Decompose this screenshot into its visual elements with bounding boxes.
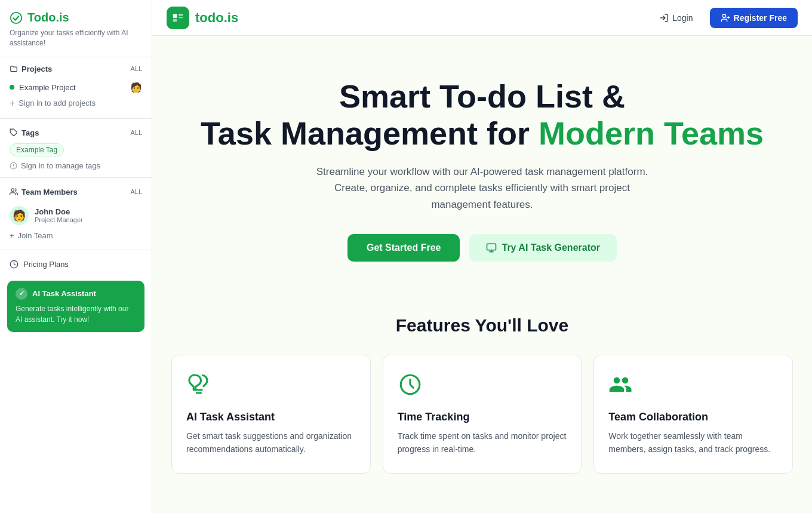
login-button[interactable]: Login: [650, 8, 702, 27]
tags-label: Tags: [21, 128, 39, 137]
feature-time-text: Track time spent on tasks and monitor pr…: [398, 429, 567, 456]
register-label: Register Free: [734, 13, 787, 23]
hero-subtitle: Streamline your workflow with our AI-pow…: [315, 164, 650, 213]
features-section: Features You'll Love AI Task Assistant G…: [152, 291, 812, 497]
sidebar-logo-text: Todo.is: [27, 11, 69, 24]
avatar: 🧑: [10, 206, 29, 225]
login-label: Login: [672, 13, 693, 23]
ai-check-icon: ✓: [16, 288, 27, 300]
svg-rect-5: [173, 14, 177, 17]
hero-title-line2: Task Management for: [201, 115, 539, 151]
feature-time-title: Time Tracking: [398, 411, 567, 423]
topnav-logo-dot: .is: [224, 10, 238, 25]
topnav-logo-text: todo.is: [195, 10, 238, 26]
divider-2: [0, 177, 152, 178]
sidebar-logo: Todo.is: [10, 11, 142, 24]
sidebar: Todo.is Organize your tasks efficiently …: [0, 0, 152, 513]
join-plus-icon: +: [10, 231, 14, 240]
team-label: Team Members: [21, 188, 78, 196]
register-icon: [721, 13, 730, 23]
project-name: Example Project: [19, 83, 76, 92]
feature-card-team: Team Collaboration Work together seamles…: [593, 355, 793, 474]
login-icon: [659, 13, 669, 23]
topnav-actions: Login Register Free: [650, 8, 798, 28]
sign-in-projects-text: Sign in to add projects: [19, 99, 96, 107]
sign-in-projects[interactable]: + Sign in to add projects: [10, 96, 142, 111]
hero-title: Smart To-do List & Task Management for M…: [176, 78, 788, 152]
features-grid: AI Task Assistant Get smart task suggest…: [171, 355, 793, 474]
features-title: Features You'll Love: [171, 315, 793, 336]
tags-all[interactable]: ALL: [130, 129, 142, 136]
project-item[interactable]: Example Project 🧑: [10, 79, 142, 96]
topnav-logo-icon: [167, 7, 189, 29]
topnav-logo-main: todo: [195, 10, 224, 25]
team-header: Team Members ALL: [10, 188, 142, 196]
pricing-link[interactable]: Pricing Plans: [0, 253, 152, 276]
feature-team-title: Team Collaboration: [608, 411, 778, 423]
ai-banner-title-text: AI Task Assistant: [32, 289, 96, 298]
svg-rect-7: [179, 14, 183, 16]
sidebar-tagline: Organize your tasks efficiently with AI …: [10, 28, 142, 48]
projects-section: Projects ALL Example Project 🧑 + Sign in…: [0, 57, 152, 116]
svg-rect-10: [487, 244, 496, 250]
ai-banner-text: Generate tasks intelligently with our AI…: [16, 303, 136, 325]
topnav: todo.is Login Register Free: [152, 0, 812, 36]
pricing-label: Pricing Plans: [23, 260, 69, 269]
team-all[interactable]: ALL: [130, 188, 142, 195]
join-team-text: Join Team: [18, 231, 53, 240]
member-role: Project Manager: [35, 216, 83, 223]
brain-icon: [186, 372, 356, 403]
team-title: Team Members: [10, 188, 78, 196]
team-section: Team Members ALL 🧑 John Doe Project Mana…: [0, 180, 152, 247]
feature-card-time: Time Tracking Track time spent on tasks …: [383, 355, 582, 474]
clock-icon: [398, 372, 567, 403]
try-ai-button[interactable]: Try AI Task Generator: [469, 234, 617, 262]
svg-rect-6: [173, 19, 177, 21]
project-dot: [10, 85, 14, 90]
tag-icon: [10, 128, 18, 137]
collaboration-icon: [608, 372, 778, 403]
member-info: John Doe Project Manager: [35, 207, 83, 223]
folder-icon: [10, 64, 18, 73]
try-ai-label: Try AI Task Generator: [502, 242, 600, 253]
register-button[interactable]: Register Free: [710, 8, 798, 28]
get-started-button[interactable]: Get Started Free: [347, 234, 460, 262]
svg-point-0: [11, 12, 21, 23]
feature-card-ai: AI Task Assistant Get smart task suggest…: [171, 355, 371, 474]
svg-point-1: [12, 131, 13, 131]
svg-point-9: [722, 14, 725, 17]
tags-header: Tags ALL: [10, 128, 142, 137]
hero-buttons: Get Started Free Try AI Task Generator: [176, 234, 788, 262]
manage-tags[interactable]: Sign in to manage tags: [10, 161, 142, 170]
sidebar-header: Todo.is Organize your tasks efficiently …: [0, 0, 152, 57]
ai-banner-title: ✓ AI Task Assistant: [16, 288, 136, 300]
projects-header: Projects ALL: [10, 64, 142, 73]
ai-button-icon: [486, 242, 497, 253]
feature-ai-text: Get smart task suggestions and organizat…: [186, 429, 356, 456]
feature-ai-title: AI Task Assistant: [186, 411, 356, 423]
tag-item[interactable]: Example Tag: [10, 143, 64, 156]
svg-point-3: [11, 189, 14, 192]
divider-3: [0, 250, 152, 250]
check-icon: [10, 11, 23, 24]
projects-all[interactable]: ALL: [130, 65, 142, 72]
tag-manage-icon: [10, 162, 17, 170]
feature-team-text: Work together seamlessly with team membe…: [608, 429, 778, 456]
pricing-icon: [10, 260, 19, 269]
hero-title-line1: Smart To-do List &: [339, 78, 625, 114]
projects-title: Projects: [10, 64, 52, 73]
svg-rect-8: [179, 17, 183, 18]
member-name: John Doe: [35, 207, 83, 216]
hero-title-highlight: Modern Teams: [539, 115, 764, 151]
tags-section: Tags ALL Example Tag Sign in to manage t…: [0, 121, 152, 175]
plus-icon: +: [10, 98, 15, 109]
hero-section: Smart To-do List & Task Management for M…: [152, 36, 812, 291]
join-team[interactable]: + Join Team: [10, 229, 142, 242]
tags-title: Tags: [10, 128, 39, 137]
projects-label: Projects: [21, 64, 52, 73]
topnav-logo: todo.is: [167, 7, 238, 29]
project-emoji: 🧑: [130, 82, 142, 93]
ai-banner[interactable]: ✓ AI Task Assistant Generate tasks intel…: [7, 281, 144, 332]
team-member[interactable]: 🧑 John Doe Project Manager: [10, 202, 142, 229]
team-icon: [10, 188, 18, 196]
